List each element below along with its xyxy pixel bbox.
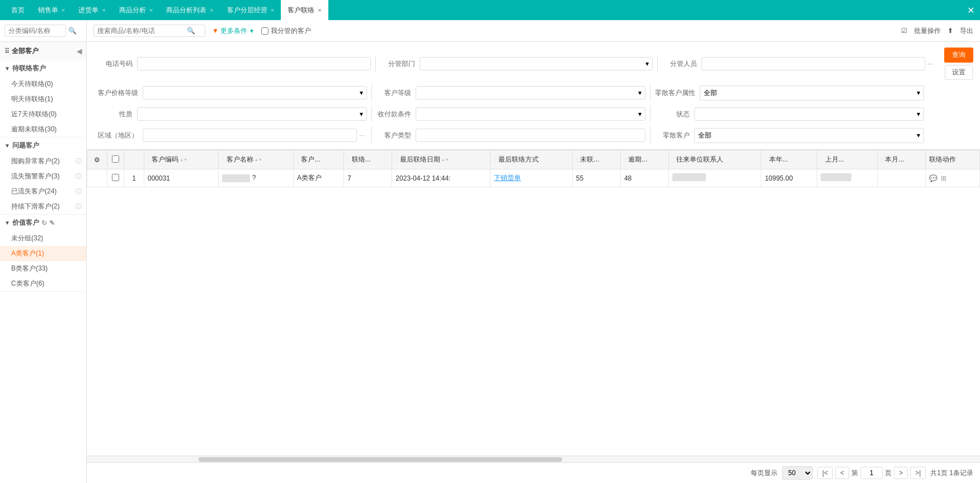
nav-product-analysis-list-close[interactable]: × [210, 7, 213, 13]
person-input[interactable] [701, 57, 925, 70]
sidebar-subheader-problem[interactable]: ▼ 问题客户 [0, 138, 86, 154]
th-customer-type-label: 客户... [301, 155, 320, 164]
export-label[interactable]: 导出 [960, 26, 973, 36]
message-icon[interactable]: 💬 [929, 174, 937, 182]
sidebar-pending-label: 待联络客户 [12, 64, 46, 73]
prev-page-btn[interactable]: < [835, 467, 849, 479]
nav-product-analysis-close[interactable]: × [149, 7, 153, 13]
nav-customer-tier[interactable]: 客户分层经营 × [220, 0, 281, 20]
last-page-btn[interactable]: >| [910, 467, 926, 479]
settings-icon[interactable]: ⚙ [94, 156, 100, 164]
payment-select[interactable]: ▾ [416, 107, 646, 121]
sidebar-item-class-a[interactable]: A类客户(1) [0, 246, 86, 261]
th-last-contact-date[interactable]: : 最后联络日期 ▲▼ [392, 150, 491, 169]
th-contact-count[interactable]: : 联络... [344, 150, 392, 169]
th-settings[interactable]: ⚙ [87, 150, 107, 169]
nav-customer-tier-close[interactable]: × [271, 7, 274, 13]
my-customers-checkbox[interactable]: 我分管的客户 [261, 26, 311, 36]
status-select[interactable]: ▾ [694, 107, 924, 121]
td-customer-type: A类客户 [293, 169, 343, 187]
per-page-select[interactable]: 50 100 [782, 466, 813, 480]
sidebar-item-class-c[interactable]: C类客户(6) [0, 276, 86, 291]
first-page-btn[interactable]: |< [817, 467, 833, 479]
nav-purchase-order[interactable]: 进货单 × [72, 0, 112, 20]
region-input[interactable] [143, 129, 357, 142]
sort-arrows[interactable]: ▲▼ [180, 158, 187, 162]
th-customer-type[interactable]: : 客户... [293, 150, 343, 169]
retail-attr-select[interactable]: 全部 ▾ [700, 86, 924, 101]
sidebar-item-tomorrow[interactable]: 明天待联络(1) [0, 92, 86, 107]
batch-op-label[interactable]: 批量操作 [914, 26, 941, 36]
nature-select[interactable]: ▾ [137, 107, 367, 121]
select-all-checkbox[interactable] [112, 155, 119, 163]
sidebar-search-icon[interactable]: 🔍 [68, 27, 77, 35]
th-this-year[interactable]: : 本年... [761, 150, 817, 169]
sidebar-item-7days[interactable]: 近7天待联络(0) [0, 107, 86, 122]
th-not-contacted[interactable]: : 未联... [572, 150, 620, 169]
sidebar-subheader-pending[interactable]: ▼ 待联络客户 [0, 60, 86, 77]
nav-product-analysis-list[interactable]: 商品分析列表 × [159, 0, 220, 20]
nav-customer-contact-close[interactable]: × [318, 7, 321, 13]
th-customer-name[interactable]: : 客户名称 ▲▼ [219, 150, 293, 169]
window-close-icon[interactable]: ✕ [967, 5, 974, 16]
th-last-contact-method[interactable]: : 最后联络方式 [491, 150, 572, 169]
customer-tier-select[interactable]: ▾ [416, 86, 646, 100]
qr-icon[interactable]: ⊞ [941, 174, 946, 182]
page-input[interactable] [860, 467, 883, 479]
sidebar-item-churned[interactable]: 已流失客户(24) ⓘ [0, 184, 86, 199]
sidebar-item-declining[interactable]: 持续下滑客户(2) ⓘ [0, 199, 86, 214]
dept-select[interactable]: ▾ [420, 57, 653, 70]
td-last-contact-method[interactable]: 下销货单 [491, 169, 572, 187]
search-icon[interactable]: 🔍 [187, 27, 195, 35]
nav-sales-order[interactable]: 销售单 × [31, 0, 72, 20]
sidebar-collapse-icon[interactable]: ◀ [77, 48, 82, 55]
person-dots-btn[interactable]: ··· [925, 60, 935, 68]
td-not-contacted: 55 [572, 169, 620, 187]
type-input[interactable] [416, 129, 646, 142]
sort-arrows-3[interactable]: ▲▼ [441, 158, 449, 162]
sidebar-value-refresh-icon[interactable]: ↻ [41, 219, 47, 227]
th-checkbox[interactable] [107, 150, 124, 169]
th-last-month[interactable]: : 上月... [817, 150, 878, 169]
sidebar-item-today[interactable]: 今天待联络(0) [0, 77, 86, 92]
sidebar-item-overdue-contact[interactable]: 逾期未联络(30) [0, 122, 86, 137]
sidebar-value-edit-icon[interactable]: ✎ [49, 219, 55, 227]
last-contact-method-link[interactable]: 下销货单 [494, 174, 521, 182]
th-contact-person[interactable]: : 往来单位联系人 [669, 150, 761, 169]
sort-arrows-2[interactable]: ▲▼ [255, 158, 262, 162]
sidebar-item-churn-warning[interactable]: 流失预警客户(3) ⓘ [0, 169, 86, 184]
nav-product-analysis[interactable]: 商品分析 × [112, 0, 159, 20]
nav-customer-contact[interactable]: 客户联络 × [281, 0, 328, 20]
th-contact-action[interactable]: 联络动作 [926, 150, 980, 169]
search-input[interactable] [97, 27, 187, 35]
sidebar-search-input[interactable] [4, 25, 66, 37]
retail-select[interactable]: 全部 ▾ [694, 128, 924, 143]
region-dots-btn[interactable]: ··· [357, 131, 367, 139]
row-checkbox[interactable] [112, 174, 119, 181]
td-checkbox[interactable] [107, 169, 124, 187]
th-customer-code[interactable]: : 客户编码 ▲▼ [144, 150, 219, 169]
sidebar-all-customers[interactable]: ⠿ 全部客户 ◀ [0, 42, 86, 60]
query-button[interactable]: 查询 [944, 48, 973, 63]
sidebar-item-unclassified[interactable]: 未分组(32) [0, 231, 86, 246]
my-customers-check[interactable] [261, 27, 268, 35]
scrollbar-thumb[interactable] [199, 457, 562, 462]
sidebar-subheader-value[interactable]: ▼ 价值客户 ↻ ✎ [0, 215, 86, 231]
settings-button[interactable]: 设置 [945, 65, 973, 80]
next-page-btn[interactable]: > [894, 467, 908, 479]
price-tier-select[interactable]: ▾ [143, 86, 367, 100]
td-contact-action[interactable]: 💬 ⊞ [926, 169, 980, 187]
sidebar-item-hoarding[interactable]: 囤购异常客户(2) ⓘ [0, 154, 86, 169]
nav-home[interactable]: 首页 [4, 0, 31, 20]
horizontal-scrollbar[interactable] [87, 456, 980, 462]
nav-sales-order-close[interactable]: × [62, 7, 65, 13]
more-filter-btn[interactable]: ▼ 更多条件 ▼ [212, 26, 255, 36]
sidebar-item-churn-warning-label: 流失预警客户(3) [11, 172, 74, 181]
th-this-month[interactable]: : 本月... [878, 150, 926, 169]
col-sep-3: : [297, 156, 299, 164]
nav-purchase-order-close[interactable]: × [102, 7, 105, 13]
col-sep-11: : [821, 156, 822, 164]
th-overdue[interactable]: : 逾期... [620, 150, 668, 169]
phone-input[interactable] [137, 57, 371, 70]
sidebar-item-class-b[interactable]: B类客户(33) [0, 261, 86, 276]
